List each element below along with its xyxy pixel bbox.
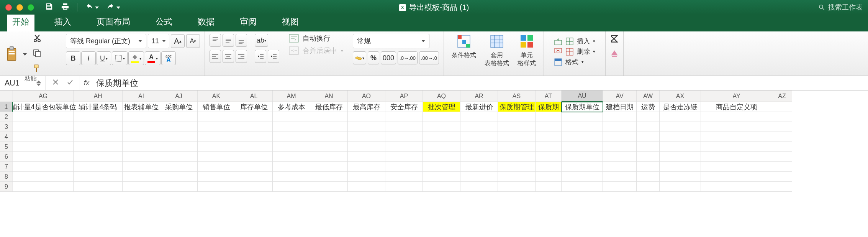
cell-AK2[interactable] — [198, 112, 235, 122]
cell-AQ1[interactable]: 批次管理 — [423, 102, 460, 112]
tab-layout[interactable]: 页面布局 — [91, 13, 136, 31]
cell-AW2[interactable] — [637, 112, 660, 122]
fx-label[interactable]: fx — [84, 79, 89, 87]
cell-AT3[interactable] — [536, 122, 562, 132]
cell-AX2[interactable] — [660, 112, 701, 122]
grow-font-button[interactable]: A▴ — [171, 34, 185, 48]
cell-AU7[interactable] — [562, 162, 603, 172]
row-header-5[interactable]: 5 — [0, 142, 13, 152]
row-header-1[interactable]: 1 — [0, 102, 13, 112]
tab-review[interactable]: 审阅 — [234, 13, 262, 31]
cell-AN9[interactable] — [310, 182, 348, 192]
percent-button[interactable]: % — [368, 51, 379, 64]
cell-AK7[interactable] — [198, 162, 235, 172]
cell-AM4[interactable] — [273, 132, 310, 142]
column-header-AS[interactable]: AS — [498, 91, 536, 102]
cell-AP6[interactable] — [385, 152, 423, 162]
cell-AS7[interactable] — [498, 162, 536, 172]
cell-AG7[interactable] — [13, 162, 74, 172]
cell-AZ6[interactable] — [772, 152, 792, 162]
column-header-AG[interactable]: AG — [13, 91, 74, 102]
cell-AR9[interactable] — [460, 182, 498, 192]
cell-AW8[interactable] — [637, 172, 660, 182]
cell-AQ8[interactable] — [423, 172, 460, 182]
row-header-6[interactable]: 6 — [0, 152, 13, 162]
column-header-AP[interactable]: AP — [385, 91, 423, 102]
cell-AJ8[interactable] — [160, 172, 198, 182]
column-header-AL[interactable]: AL — [235, 91, 273, 102]
cell-AU4[interactable] — [562, 132, 603, 142]
cell-AH6[interactable] — [74, 152, 123, 162]
cell-AW5[interactable] — [637, 142, 660, 152]
underline-button[interactable]: U▾ — [97, 51, 111, 65]
currency-button[interactable]: ▾ — [353, 51, 366, 64]
cell-AJ9[interactable] — [160, 182, 198, 192]
tab-view[interactable]: 视图 — [277, 13, 304, 31]
cell-AO1[interactable]: 最高库存 — [348, 102, 385, 112]
cell-AL4[interactable] — [235, 132, 273, 142]
cell-AH5[interactable] — [74, 142, 123, 152]
cell-AI9[interactable] — [123, 182, 160, 192]
cell-AM8[interactable] — [273, 172, 310, 182]
align-top-button[interactable] — [210, 34, 221, 47]
cell-AN7[interactable] — [310, 162, 348, 172]
tab-start[interactable]: 开始 — [7, 13, 34, 31]
increase-decimal-button[interactable]: .0→.00 — [398, 51, 418, 64]
cell-AR6[interactable] — [460, 152, 498, 162]
paste-button[interactable] — [5, 46, 20, 63]
cell-AJ7[interactable] — [160, 162, 198, 172]
decrease-decimal-button[interactable]: .00→.0 — [419, 51, 439, 64]
cell-AR4[interactable] — [460, 132, 498, 142]
cell-AO9[interactable] — [348, 182, 385, 192]
cell-AX1[interactable]: 是否走冻链 — [660, 102, 701, 112]
cell-AI3[interactable] — [123, 122, 160, 132]
cell-AS1[interactable]: 保质期管理 — [498, 102, 536, 112]
cell-AJ3[interactable] — [160, 122, 198, 132]
format-cells-button[interactable]: 格式▾ — [554, 58, 595, 66]
tab-insert[interactable]: 插入 — [49, 13, 77, 31]
cell-AZ1[interactable] — [772, 102, 792, 112]
cell-AT2[interactable] — [536, 112, 562, 122]
clear-button[interactable] — [609, 49, 619, 61]
cell-AP8[interactable] — [385, 172, 423, 182]
cell-AI7[interactable] — [123, 162, 160, 172]
cell-AS4[interactable] — [498, 132, 536, 142]
cell-AH9[interactable] — [74, 182, 123, 192]
align-bottom-button[interactable] — [236, 34, 247, 47]
cell-AX9[interactable] — [660, 182, 701, 192]
cell-AQ6[interactable] — [423, 152, 460, 162]
cell-AY8[interactable] — [701, 172, 772, 182]
cell-AI2[interactable] — [123, 112, 160, 122]
cell-AX6[interactable] — [660, 152, 701, 162]
column-header-AR[interactable]: AR — [460, 91, 498, 102]
cell-AK5[interactable] — [198, 142, 235, 152]
cell-AV5[interactable] — [603, 142, 637, 152]
cell-AP7[interactable] — [385, 162, 423, 172]
select-all-corner[interactable] — [0, 91, 13, 102]
delete-cells-button[interactable]: 删除▾ — [554, 47, 595, 56]
cell-AT7[interactable] — [536, 162, 562, 172]
cell-AY9[interactable] — [701, 182, 772, 192]
cell-AI6[interactable] — [123, 152, 160, 162]
cell-AZ4[interactable] — [772, 132, 792, 142]
cell-AT1[interactable]: 保质期 — [536, 102, 562, 112]
confirm-edit-button[interactable] — [67, 79, 74, 87]
cell-AH3[interactable] — [74, 122, 123, 132]
column-header-AX[interactable]: AX — [660, 91, 701, 102]
cell-AO6[interactable] — [348, 152, 385, 162]
cell-AJ1[interactable]: 采购单位 — [160, 102, 198, 112]
cell-AW4[interactable] — [637, 132, 660, 142]
cell-AT6[interactable] — [536, 152, 562, 162]
search-box[interactable]: 搜索工作表 — [818, 3, 863, 12]
tab-formula[interactable]: 公式 — [150, 13, 178, 31]
number-format-select[interactable]: 常规 — [353, 34, 429, 48]
maximize-window-button[interactable] — [28, 4, 34, 11]
cell-AR3[interactable] — [460, 122, 498, 132]
cell-AZ5[interactable] — [772, 142, 792, 152]
cell-AY6[interactable] — [701, 152, 772, 162]
align-center-button[interactable] — [223, 50, 234, 63]
cell-AR1[interactable]: 最新进价 — [460, 102, 498, 112]
cell-AG1[interactable]: 辅计量4是否包装单位 — [13, 102, 74, 112]
row-header-2[interactable]: 2 — [0, 112, 13, 122]
cell-AH2[interactable] — [74, 112, 123, 122]
